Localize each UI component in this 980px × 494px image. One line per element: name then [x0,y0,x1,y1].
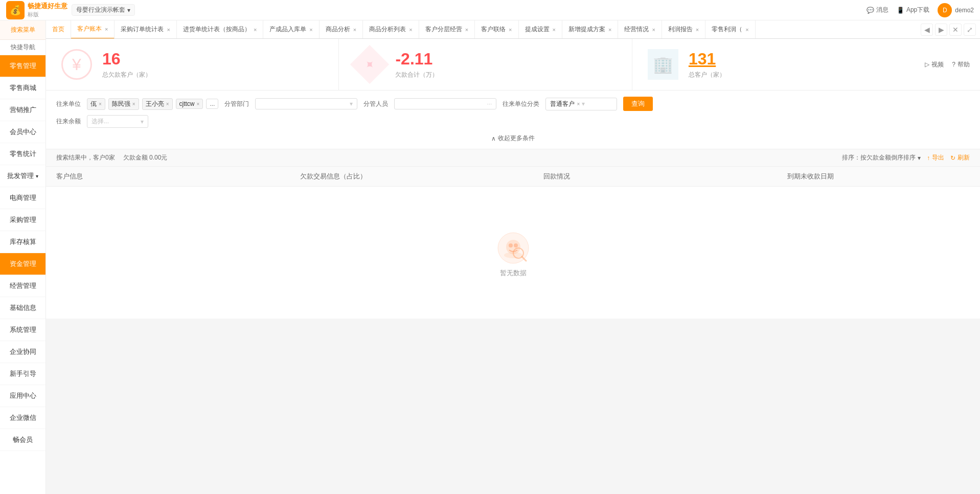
category-select[interactable]: 普通客户 × ▾ [545,98,617,110]
sidebar-quick-nav[interactable]: 快捷导航 [0,40,45,55]
tab-purchase-stats[interactable]: 进货单统计表（按商品） × [177,20,263,39]
user-area[interactable]: D demo2 [938,3,974,17]
sidebar-item-purchase[interactable]: 采购管理 [0,209,45,231]
tab-close-production[interactable]: × [309,27,312,33]
tab-close-customer-tier[interactable]: × [465,27,468,33]
empty-illustration [493,228,534,268]
refresh-icon: ↻ [950,154,955,162]
empty-text: 暂无数据 [500,268,527,278]
balance-filter-label: 往来余额 [56,117,81,126]
sidebar-item-new-guide[interactable]: 新手引导 [0,363,45,385]
tag-close-4[interactable]: × [197,101,200,107]
tab-prev-btn[interactable]: ◀ [921,24,933,36]
result-bar-left: 搜索结果中，客户0家 欠款金额 0.00元 [56,153,167,162]
svg-point-3 [509,243,513,248]
app-download-btn[interactable]: 📱 App下载 [897,6,929,14]
sidebar-item-operations[interactable]: 经营管理 [0,275,45,297]
sidebar-item-finance[interactable]: 资金管理 [0,253,45,275]
person-select[interactable]: ··· [394,98,496,109]
tab-close-profit-report[interactable]: × [696,27,699,33]
unit-filter-label: 往来单位 [56,100,81,108]
tab-close-purchase-stats[interactable]: × [254,27,257,33]
username-label: demo2 [955,7,974,14]
search-result-text: 搜索结果中，客户0家 [56,153,115,162]
collapse-button[interactable]: ∧ 收起更多条件 [56,132,970,143]
tab-customer-tier[interactable]: 客户分层经营 × [419,20,475,39]
stat-info-3: 131 总客户（家） [689,50,725,79]
tab-close-business-status[interactable]: × [652,27,655,33]
chevron-down-icon: ▾ [350,100,353,107]
tab-close-customers[interactable]: × [105,26,108,32]
dept-filter-label: 分管部门 [224,100,249,108]
sidebar-item-app-center[interactable]: 应用中心 [0,385,45,407]
sort-button[interactable]: 排序：按欠款金额倒序排序 ▾ [842,153,921,162]
tab-promotion-settings[interactable]: 提成设置 × [519,20,562,39]
table-col-2: 欠款交易信息（占比） [300,172,544,181]
tab-business-status[interactable]: 经营情况 × [618,20,662,39]
sidebar-item-system[interactable]: 系统管理 [0,319,45,341]
sidebar-item-retail[interactable]: 零售管理 [0,55,45,77]
sidebar-item-enterprise-wechat[interactable]: 企业微信 [0,407,45,429]
filter-tag-2: 陈民强 × [108,98,139,110]
company-selector[interactable]: 母婴行业演示帐套 ▾ [72,4,135,16]
content-area: 首页 客户账本 × 采购订单统计表 × 进货单统计表（按商品） × 产成品入库单… [46,20,980,494]
tab-purchase-order[interactable]: 采购订单统计表 × [115,20,176,39]
sidebar-search[interactable]: 搜索菜单 [0,20,45,40]
sidebar-item-retail-mall[interactable]: 零售商城 [0,77,45,99]
stat-info-2: -2.11 欠款合计（万） [395,50,438,79]
tab-close-purchase-order[interactable]: × [167,27,170,33]
tab-close-promotion-settings[interactable]: × [553,27,556,33]
tag-close-3[interactable]: × [166,101,169,107]
tab-customers[interactable]: 客户账本 × [71,20,115,39]
top-bar-left: 💰 畅捷通好生意 标版 母婴行业演示帐套 ▾ [6,1,135,19]
page-content: ¥ 16 总欠款客户（家） ✦ -2.11 欠款合计（万） [46,39,980,494]
sidebar-item-vip-member[interactable]: 畅会员 [0,429,45,451]
tab-production[interactable]: 产成品入库单 × [263,20,319,39]
category-tag-close[interactable]: × [577,101,580,107]
sidebar-item-retail-stats[interactable]: 零售统计 [0,143,45,165]
sidebar-item-basic-info[interactable]: 基础信息 [0,297,45,319]
messages-btn[interactable]: 💬 消息 [867,6,888,14]
tag-close-1[interactable]: × [99,101,102,107]
company-name: 母婴行业演示帐套 [76,6,125,14]
export-button[interactable]: ↑ 导出 [927,153,944,162]
tab-close-product-analysis-list[interactable]: × [409,27,412,33]
query-button[interactable]: 查询 [623,97,653,111]
refresh-button[interactable]: ↻ 刷新 [950,153,970,162]
tab-retail-profit[interactable]: 零售利润（ × [705,20,755,39]
tab-close-customer-contact[interactable]: × [509,27,512,33]
chevron-down-icon: ▾ [141,118,144,125]
tab-maximize-btn[interactable]: ⤢ [964,24,976,36]
video-btn[interactable]: ▷ 视频 [925,60,944,69]
stat-label-2: 欠款合计（万） [395,71,438,79]
logo-area: 💰 畅捷通好生意 标版 [6,1,67,19]
sidebar-item-wholesale[interactable]: 批发管理 ▾ [0,165,45,187]
tab-home[interactable]: 首页 [46,20,71,39]
sidebar-item-ecommerce[interactable]: 电商管理 [0,187,45,209]
sidebar-item-membership[interactable]: 会员中心 [0,121,45,143]
sidebar-item-marketing[interactable]: 营销推广 [0,99,45,121]
table-header: 客户信息 欠款交易信息（占比） 回款情况 到期未收款日期 [46,167,980,187]
filter-more-tags[interactable]: ... [206,99,218,109]
sidebar-item-inventory[interactable]: 库存核算 [0,231,45,253]
tab-next-btn[interactable]: ▶ [935,24,947,36]
tab-profit-report[interactable]: 利润报告 × [662,20,705,39]
more-icon: ··· [487,100,492,107]
dept-select[interactable]: ▾ [255,98,357,109]
balance-select[interactable]: 选择... ▾ [87,115,148,128]
tag-close-2[interactable]: × [132,101,135,107]
tab-close-new-promotion[interactable]: × [608,27,611,33]
tab-customer-contact[interactable]: 客户联络 × [475,20,518,39]
logo-icon: 💰 [6,1,25,19]
tab-close-retail-profit[interactable]: × [745,27,748,33]
stat-icon-2: ✦ [354,49,385,80]
tab-product-analysis[interactable]: 商品分析 × [320,20,363,39]
tab-close-product-analysis[interactable]: × [353,27,356,33]
avatar: D [938,3,952,17]
table-empty: 暂无数据 [46,187,980,319]
sidebar-item-enterprise-collab[interactable]: 企业协同 [0,341,45,363]
help-btn[interactable]: ? 帮助 [952,60,970,69]
tab-new-promotion[interactable]: 新增提成方案 × [562,20,618,39]
tab-close-all-btn[interactable]: ✕ [949,24,962,36]
tab-product-analysis-list[interactable]: 商品分析列表 × [363,20,419,39]
